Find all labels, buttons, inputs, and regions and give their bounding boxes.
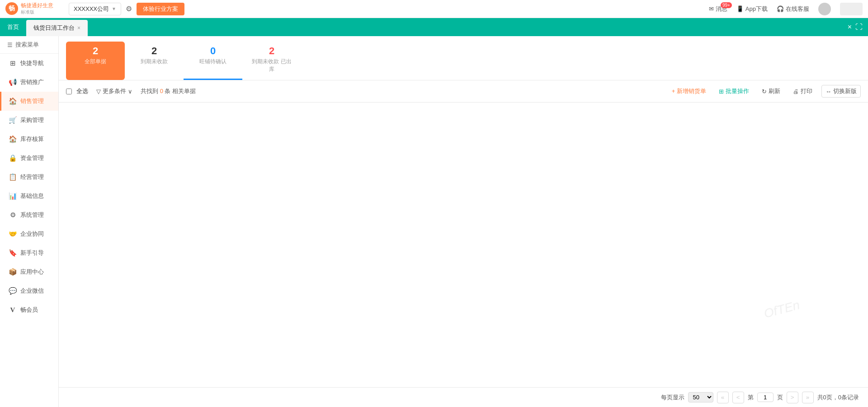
- stat-card-overdue-unpaid[interactable]: 2 到期未收款: [125, 42, 184, 80]
- print-btn[interactable]: 🖨 打印: [789, 85, 816, 97]
- sidebar-item-inventory[interactable]: 🏠 库存核算: [0, 130, 58, 149]
- sidebar-label-marketing: 营销推广: [20, 78, 44, 86]
- logo-badge: 标准版: [21, 9, 53, 15]
- sidebar-item-marketing[interactable]: 📢 营销推广: [0, 73, 58, 92]
- tab-bar-controls: × ⛶: [848, 23, 868, 31]
- tab-active[interactable]: 钱货日清工作台 ×: [26, 20, 88, 36]
- print-icon: 🖨: [793, 88, 799, 95]
- switch-new-btn[interactable]: ↔ 切换新版: [821, 85, 861, 98]
- sidebar-label-basic-info: 基础信息: [20, 192, 44, 200]
- select-all-checkbox[interactable]: [66, 89, 72, 94]
- marketing-icon: 📢: [9, 78, 17, 86]
- per-page-select[interactable]: 20 50 100: [688, 392, 713, 402]
- sidebar-label-inventory: 库存核算: [20, 135, 44, 143]
- sidebar-item-quick-nav[interactable]: ⊞ 快捷导航: [0, 54, 58, 73]
- more-filter-label: 更多条件: [103, 87, 126, 95]
- stat-label-all: 全部单据: [73, 58, 118, 65]
- sidebar-label-quick-nav: 快捷导航: [20, 59, 44, 67]
- message-item[interactable]: ✉ 消息 99+: [709, 5, 727, 13]
- switch-icon: ↔: [826, 88, 831, 95]
- page-input[interactable]: [757, 393, 774, 402]
- beginner-icon: 🔖: [9, 249, 17, 257]
- header-right: ✉ 消息 99+ 📱 App下载 🎧 在线客服: [709, 3, 863, 15]
- more-filter-btn[interactable]: ▽ 更多条件 ∨: [93, 85, 136, 97]
- sidebar-item-enterprise-wx[interactable]: 💬 企业微信: [0, 281, 58, 300]
- sidebar-item-system[interactable]: ⚙ 系统管理: [0, 206, 58, 225]
- stat-label-overdue-unshipped: 到期未收款 已出库: [250, 58, 294, 73]
- sidebar-item-enterprise-coop[interactable]: 🤝 企业协同: [0, 225, 58, 243]
- page-label-end: 页: [777, 393, 783, 402]
- purchase-icon: 🛒: [9, 116, 17, 124]
- member-icon: V: [9, 306, 17, 314]
- sidebar-label-sales: 销售管理: [20, 97, 44, 105]
- page-label: 第: [748, 393, 754, 402]
- stat-number-overdue-unpaid: 2: [132, 45, 176, 57]
- finance-icon: 🔒: [9, 154, 17, 162]
- user-name: [840, 3, 863, 15]
- sidebar-label-app-center: 应用中心: [20, 268, 44, 276]
- sidebar-item-beginner[interactable]: 🔖 新手引导: [0, 243, 58, 262]
- basic-info-icon: 📊: [9, 192, 17, 200]
- sidebar-item-basic-info[interactable]: 📊 基础信息: [0, 187, 58, 206]
- stat-card-all[interactable]: 2 全部单据: [66, 42, 125, 80]
- first-page-btn[interactable]: «: [717, 392, 729, 403]
- close-tab-icon[interactable]: ×: [77, 25, 80, 31]
- batch-op-icon: ⊞: [719, 88, 724, 95]
- settings-icon[interactable]: ⚙: [126, 5, 132, 13]
- maximize-icon[interactable]: ⛶: [855, 23, 863, 31]
- table-area: [59, 103, 868, 387]
- select-all-label: 全选: [76, 87, 88, 95]
- company-selector[interactable]: XXXXXX公司 ▼: [69, 3, 121, 15]
- total-info: 共0页，0条记录: [817, 393, 859, 402]
- add-sale-order-btn[interactable]: + 新增销货单: [668, 85, 710, 97]
- sidebar-label-purchase: 采购管理: [20, 116, 44, 124]
- search-menu[interactable]: ☰ 搜索菜单: [0, 36, 58, 54]
- pagination-bar: 每页显示 20 50 100 « < 第 页 > » 共0页，0条记录: [59, 387, 868, 407]
- minimize-icon[interactable]: ×: [848, 23, 852, 31]
- sidebar-item-purchase[interactable]: 🛒 采购管理: [0, 111, 58, 130]
- sidebar-label-beginner: 新手引导: [20, 249, 44, 257]
- last-page-btn[interactable]: »: [802, 392, 814, 403]
- batch-op-btn[interactable]: ⊞ 批量操作: [715, 85, 753, 97]
- sidebar-label-member: 畅会员: [20, 306, 38, 314]
- found-count: 0: [160, 88, 163, 94]
- enterprise-coop-icon: 🤝: [9, 230, 17, 238]
- quick-nav-icon: ⊞: [9, 59, 17, 67]
- filter-dropdown-icon: ∨: [128, 88, 132, 95]
- message-badge: 99+: [721, 2, 732, 8]
- tab-bar: 首页 钱货日清工作台 × × ⛶: [0, 18, 868, 36]
- stats-row: 2 全部单据 2 到期未收款 0 旺铺待确认 2 到期未收款 已出库: [59, 36, 868, 80]
- content-area: 2 全部单据 2 到期未收款 0 旺铺待确认 2 到期未收款 已出库 全选: [59, 36, 868, 407]
- online-service-label: 在线客服: [786, 5, 809, 13]
- toolbar-right: + 新增销货单 ⊞ 批量操作 ↻ 刷新 🖨 打印 ↔ 切换新版: [668, 85, 861, 98]
- sidebar-label-system: 系统管理: [20, 211, 44, 219]
- next-page-btn[interactable]: >: [787, 392, 798, 403]
- dropdown-arrow-icon: ▼: [112, 6, 116, 11]
- sidebar-item-operations[interactable]: 📋 经营管理: [0, 168, 58, 187]
- online-service-item[interactable]: 🎧 在线客服: [777, 5, 809, 13]
- stat-card-wangpu[interactable]: 0 旺铺待确认: [184, 42, 242, 80]
- stat-number-wangpu: 0: [191, 45, 235, 57]
- sidebar-label-enterprise-wx: 企业微信: [20, 287, 44, 295]
- logo-area: 畅 畅捷通好生意 标准版: [5, 2, 64, 15]
- refresh-icon: ↻: [762, 88, 767, 95]
- sidebar-item-finance[interactable]: 🔒 资金管理: [0, 149, 58, 168]
- app-download-item[interactable]: 📱 App下载: [736, 5, 768, 13]
- trial-button[interactable]: 体验行业方案: [137, 3, 184, 15]
- message-icon: ✉: [709, 5, 714, 12]
- avatar[interactable]: [818, 3, 831, 15]
- tab-active-label: 钱货日清工作台: [33, 24, 75, 32]
- stat-card-overdue-unshipped[interactable]: 2 到期未收款 已出库: [242, 42, 301, 80]
- per-page-label: 每页显示: [661, 393, 684, 402]
- toolbar: 全选 ▽ 更多条件 ∨ 共找到 0 条 相关单据 + 新增销货单: [59, 80, 868, 103]
- system-icon: ⚙: [9, 211, 17, 219]
- refresh-btn[interactable]: ↻ 刷新: [758, 85, 784, 97]
- sidebar-item-member[interactable]: V 畅会员: [0, 300, 58, 319]
- sidebar-item-app-center[interactable]: 📦 应用中心: [0, 262, 58, 281]
- search-icon: ☰: [7, 42, 13, 48]
- tab-home[interactable]: 首页: [0, 18, 26, 36]
- company-name: XXXXXX公司: [74, 5, 109, 13]
- stat-number-all: 2: [73, 45, 118, 57]
- prev-page-btn[interactable]: <: [732, 392, 744, 403]
- sidebar-item-sales[interactable]: 🏠 销售管理: [0, 92, 58, 111]
